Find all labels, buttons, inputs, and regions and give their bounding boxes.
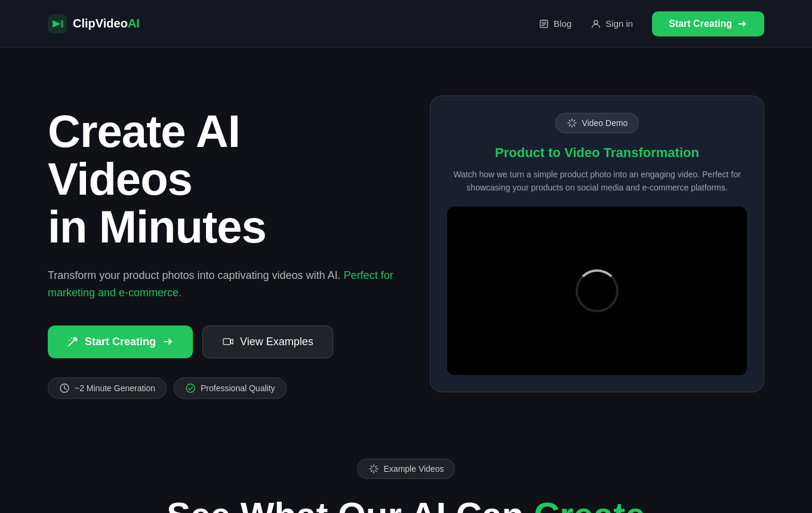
video-demo-card: Video Demo Product to Video Transformati… bbox=[430, 96, 764, 392]
time-badge: ~2 Minute Generation bbox=[48, 377, 167, 399]
quality-badge-label: Professional Quality bbox=[201, 383, 275, 393]
signin-link[interactable]: Sign in bbox=[590, 19, 633, 29]
quality-badge: Professional Quality bbox=[174, 377, 287, 399]
arrow-right-icon bbox=[737, 19, 748, 29]
svg-point-8 bbox=[71, 337, 72, 339]
video-card-desc: Watch how we turn a simple product photo… bbox=[447, 168, 747, 195]
wand-icon bbox=[67, 336, 79, 348]
arrow-right-icon-2 bbox=[162, 336, 174, 348]
example-videos-badge: Example Videos bbox=[357, 459, 456, 479]
hero-right: Video Demo Product to Video Transformati… bbox=[430, 96, 764, 392]
svg-point-5 bbox=[594, 20, 598, 24]
example-videos-badge-label: Example Videos bbox=[384, 464, 444, 474]
video-icon bbox=[222, 336, 234, 348]
svg-point-6 bbox=[76, 337, 77, 339]
bottom-section: Example Videos See What Our AI Can Creat… bbox=[0, 435, 812, 513]
sparkle-icon bbox=[567, 118, 577, 128]
check-circle-icon bbox=[185, 383, 196, 394]
bottom-title: See What Our AI Can Create bbox=[48, 496, 764, 513]
svg-point-7 bbox=[69, 340, 70, 341]
video-card-title: Product to Video Transformation bbox=[447, 145, 747, 161]
time-badge-label: ~2 Minute Generation bbox=[75, 383, 155, 393]
view-examples-button[interactable]: View Examples bbox=[202, 325, 333, 358]
video-demo-badge: Video Demo bbox=[555, 113, 639, 133]
blog-link[interactable]: Blog bbox=[539, 19, 571, 29]
navbar: ClipVideoAI Blog Sign in Start Creating bbox=[0, 0, 812, 48]
signin-label: Sign in bbox=[605, 19, 633, 29]
hero-subtitle: Transform your product photos into capti… bbox=[48, 267, 394, 302]
nav-start-creating-label: Start Creating bbox=[669, 19, 732, 29]
loading-spinner bbox=[576, 269, 619, 312]
hero-section: Create AI Videos in Minutes Transform yo… bbox=[0, 48, 812, 435]
svg-rect-9 bbox=[223, 339, 230, 345]
nav-start-creating-button[interactable]: Start Creating bbox=[652, 11, 764, 36]
view-examples-label: View Examples bbox=[240, 336, 313, 348]
hero-start-creating-button[interactable]: Start Creating bbox=[48, 325, 193, 358]
sparkle-icon-2 bbox=[368, 463, 379, 474]
nav-right: Blog Sign in Start Creating bbox=[539, 11, 764, 36]
signin-icon bbox=[590, 19, 601, 29]
video-player[interactable] bbox=[447, 207, 747, 375]
logo-link[interactable]: ClipVideoAI bbox=[48, 14, 140, 33]
hero-buttons: Start Creating View Examples bbox=[48, 325, 394, 358]
hero-title: Create AI Videos in Minutes bbox=[48, 107, 394, 250]
hero-badges: ~2 Minute Generation Professional Qualit… bbox=[48, 377, 394, 399]
logo-icon bbox=[48, 14, 67, 33]
blog-label: Blog bbox=[553, 19, 571, 29]
logo-text: ClipVideoAI bbox=[73, 17, 140, 30]
hero-start-creating-label: Start Creating bbox=[85, 336, 156, 348]
hero-left: Create AI Videos in Minutes Transform yo… bbox=[48, 96, 394, 399]
blog-icon bbox=[539, 19, 549, 29]
clock-icon bbox=[59, 383, 70, 394]
video-demo-badge-label: Video Demo bbox=[582, 118, 628, 128]
svg-point-11 bbox=[186, 384, 195, 392]
